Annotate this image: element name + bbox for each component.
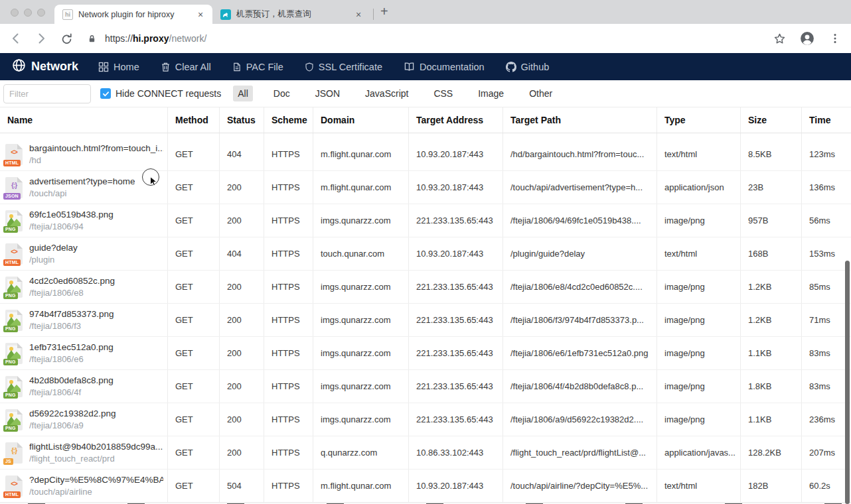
tab-qunar-flight[interactable]: 机票预订，机票查询 × (212, 5, 370, 24)
minimize-window-icon[interactable] (24, 9, 32, 17)
close-tab-icon[interactable]: × (353, 9, 364, 20)
name-cell: PNG 4cd2c0ed60852c.png /ftejia/1806/e8 (0, 271, 168, 303)
table-row[interactable]: PNG d56922c19382d2.png /ftejia/1806/a9 G… (0, 403, 851, 436)
bookmark-star-icon[interactable] (771, 31, 787, 46)
type-cell: text/html (657, 138, 741, 170)
status-cell: 200 (220, 171, 264, 204)
tab-network-plugin[interactable]: hi Network plugin for hiproxy × (54, 5, 212, 24)
browser-menu-icon[interactable] (827, 31, 843, 46)
target-path-cell: /ftejia/1806/f3/974b4f7d853373.p... (503, 304, 657, 336)
target-path-cell: /touch/api/advertisement?type=h... (503, 171, 657, 204)
github-icon (506, 62, 516, 72)
filter-tab-doc[interactable]: Doc (269, 86, 295, 101)
request-name: flightList@9b40b2018859dc99a... (29, 440, 163, 453)
status-cell: 200 (220, 204, 264, 237)
size-cell: 168B (741, 237, 802, 270)
nav-documentation[interactable]: Documentation (404, 62, 485, 72)
profile-avatar-icon[interactable] (799, 31, 815, 46)
scheme-cell: HTTPS (264, 237, 313, 270)
table-row[interactable]: <>HTML bargaintouch.html?from=touch_i...… (0, 138, 851, 171)
filter-tab-other[interactable]: Other (524, 86, 557, 101)
file-type-icon: <>HTML (5, 243, 23, 265)
filter-tab-all[interactable]: All (233, 86, 253, 101)
filter-input[interactable] (3, 84, 91, 103)
qunar-camel-favicon-icon (220, 9, 231, 20)
column-header-type: Type (657, 107, 741, 133)
requests-table: NameMethodStatusSchemeDomainTarget Addre… (0, 107, 851, 504)
tab-strip: hi Network plugin for hiproxy × 机票预订，机票查… (0, 0, 851, 24)
url-host: hi.proxy (133, 33, 169, 44)
method-cell: GET (168, 370, 220, 403)
file-type-icon: PNG (5, 343, 23, 364)
column-header-target-address: Target Address (409, 107, 503, 133)
type-cell: image/png (657, 337, 741, 369)
table-row[interactable]: <>HTML guide?delay /plugin GET 404 HTTPS… (0, 237, 851, 271)
size-cell: 1.1KB (741, 403, 802, 436)
hiproxy-favicon-icon: hi (62, 9, 73, 20)
target-path-cell: /hd/bargaintouch.html?from=touc... (503, 138, 657, 170)
table-row[interactable]: <>HTML ?depCity=%E5%8C%97%E4%BA... /touc… (0, 470, 851, 503)
request-name: 4cd2c0ed60852c.png (29, 275, 115, 287)
nav-github[interactable]: Github (506, 62, 550, 72)
app-header: Network HomeClear AllPAC FileSSL Certifi… (0, 53, 851, 80)
checkbox-checked-icon[interactable] (100, 88, 111, 99)
close-window-icon[interactable] (11, 9, 19, 17)
nav-pac-file[interactable]: PAC File (232, 62, 283, 72)
status-cell: 200 (220, 337, 264, 369)
request-path: /ftejia/1806/f3 (29, 320, 114, 332)
target-address-cell: 221.233.135.65:443 (409, 204, 503, 237)
hide-connect-checkbox-wrap[interactable]: Hide CONNECT requests (100, 88, 221, 99)
target-address-cell: 10.93.20.187:443 (409, 470, 503, 502)
request-path: /ftejia/1806/4f (29, 387, 114, 399)
table-row[interactable]: {:}JS flightList@9b40b2018859dc99a... /f… (0, 436, 851, 470)
nav-label: SSL Certificate (319, 62, 382, 72)
type-cell: image/png (657, 204, 741, 237)
target-address-cell: 221.233.135.65:443 (409, 271, 503, 303)
table-row[interactable]: PNG 974b4f7d853373.png /ftejia/1806/f3 G… (0, 304, 851, 337)
filter-tab-json[interactable]: JSON (311, 86, 345, 101)
nav-clear-all[interactable]: Clear All (161, 62, 211, 72)
vertical-scrollbar[interactable] (845, 261, 850, 504)
table-row[interactable]: PNG 69fc1e0519b438.png /ftejia/1806/94 G… (0, 204, 851, 237)
target-path-cell: /flight_touch_react/prd/flightList@... (503, 436, 657, 469)
status-cell: 200 (220, 271, 264, 303)
request-path: /hd (29, 155, 163, 166)
close-tab-icon[interactable]: × (195, 9, 206, 20)
table-row[interactable]: PNG 1efb731ec512a0.png /ftejia/1806/e6 G… (0, 337, 851, 370)
app-logo[interactable]: Network (7, 58, 84, 76)
table-row[interactable]: PNG 4b2d8b0defa8c8.png /ftejia/1806/4f G… (0, 370, 851, 403)
address-bar[interactable]: https://hi.proxy/network/ (84, 31, 762, 46)
request-path: /ftejia/1806/a9 (29, 420, 116, 432)
column-header-target-path: Target Path (503, 107, 657, 133)
time-cell: 236ms (802, 403, 851, 436)
filter-tab-javascript[interactable]: JavaScript (360, 86, 413, 101)
lock-icon (84, 31, 100, 46)
target-address-cell: 10.86.33.102:443 (409, 436, 503, 469)
status-cell: 200 (220, 436, 264, 469)
nav-home[interactable]: Home (98, 62, 139, 72)
scheme-cell: HTTPS (264, 403, 313, 436)
request-path: /touch/api (29, 188, 135, 200)
zoom-window-icon[interactable] (37, 9, 45, 17)
new-tab-button[interactable]: + (376, 3, 395, 24)
filter-tab-image[interactable]: Image (473, 86, 508, 101)
table-row[interactable]: PNG 4cd2c0ed60852c.png /ftejia/1806/e8 G… (0, 271, 851, 304)
forward-icon[interactable] (33, 31, 49, 46)
time-cell: 56ms (802, 204, 851, 237)
file-type-icon: PNG (5, 277, 23, 298)
reload-icon[interactable] (58, 31, 74, 46)
type-cell: image/png (657, 403, 741, 436)
back-icon[interactable] (8, 31, 24, 46)
name-cell: <>HTML bargaintouch.html?from=touch_i...… (0, 138, 168, 170)
request-name: bargaintouch.html?from=touch_i... (29, 142, 163, 155)
table-row[interactable]: {:}JSON advertisement?type=home /touch/a… (0, 171, 851, 204)
request-name: 69fc1e0519b438.png (29, 208, 114, 221)
type-cell: application/javas... (657, 436, 741, 469)
column-header-status: Status (220, 107, 264, 133)
size-cell: 8.5KB (741, 138, 802, 170)
nav-ssl-certificate[interactable]: SSL Certificate (305, 62, 382, 72)
name-cell: PNG 4b2d8b0defa8c8.png /ftejia/1806/4f (0, 370, 168, 403)
name-cell: PNG 1efb731ec512a0.png /ftejia/1806/e6 (0, 337, 168, 369)
filter-tab-css[interactable]: CSS (429, 86, 457, 101)
method-cell: GET (168, 304, 220, 336)
